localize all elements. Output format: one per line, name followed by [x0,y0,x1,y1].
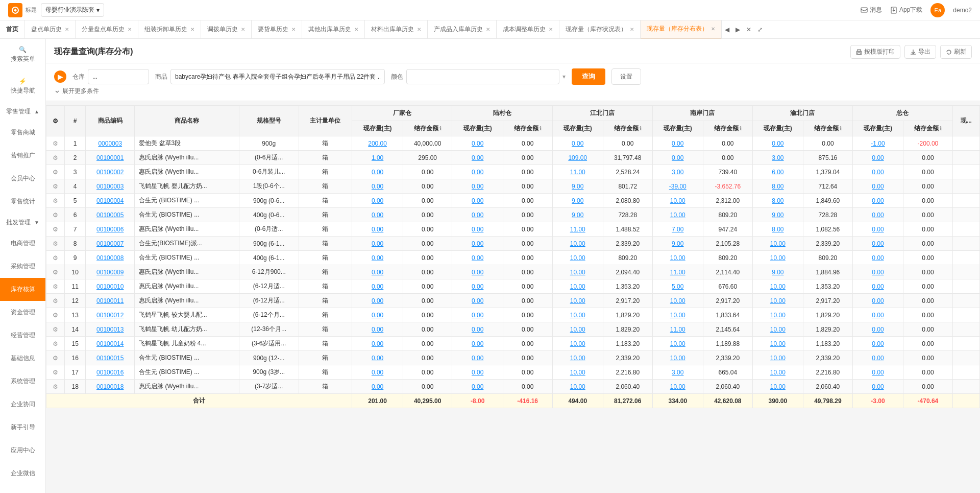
tab-stock-distribution[interactable]: 现存量（库存分布表）✕ [641,20,722,39]
row-gear[interactable]: ⚙ [46,294,65,308]
sidebar-item-inventory[interactable]: 库存核算 [0,278,45,301]
tab-close-8[interactable]: ✕ [486,27,490,32]
warehouse-input[interactable] [88,69,149,84]
print-button[interactable]: 按模版打印 [850,45,900,59]
tab-inventory-history[interactable]: 盘点单历史✕ [25,20,76,39]
color-input[interactable] [406,69,559,84]
info-icon-3[interactable]: ℹ [640,126,642,131]
tab-cost-adjust[interactable]: 成本调整单历史✕ [497,20,559,39]
row-gear[interactable]: ⚙ [46,151,65,165]
row-code: 00100011 [86,294,135,308]
row-yubei-qty: 8.00 [752,179,803,194]
tab-finished-inbound[interactable]: 产成品入库单历史✕ [428,20,497,39]
row-fcang-qty: 0.00 [352,337,403,351]
info-icon-2[interactable]: ℹ [540,126,542,131]
company-selector[interactable]: 母婴行业演示陈套 ▾ [41,3,104,17]
info-icon-4[interactable]: ℹ [740,126,742,131]
tab-close[interactable]: ✕ [65,27,69,32]
sidebar-item-wholesale[interactable]: 批发管理▼ [0,213,45,232]
row-name: 惠氏启脉 (Wyeth illu... [135,165,239,179]
export-button[interactable]: 导出 [904,45,936,59]
expand-conditions[interactable]: 展开更多条件 [54,87,972,96]
query-button[interactable]: 查询 [572,68,605,85]
tab-close-7[interactable]: ✕ [417,27,421,32]
tab-close-4[interactable]: ✕ [241,27,245,32]
tab-stock-status[interactable]: 现存量（库存状况表）✕ [559,20,641,39]
sidebar-item-search[interactable]: 🔍搜索英单 [0,39,45,71]
row-gear[interactable]: ⚙ [46,179,65,194]
tab-close-11[interactable]: ✕ [711,26,715,32]
tab-nav-expand[interactable]: ⤢ [754,26,766,33]
row-gear[interactable]: ⚙ [46,237,65,251]
tab-requisition-history[interactable]: 要货单历史✕ [252,20,302,39]
tab-close-6[interactable]: ✕ [354,27,358,32]
message-btn[interactable]: 消息 [861,6,882,14]
expand-button[interactable]: ▶ [54,71,66,83]
row-yubei-amt: 2,917.20 [803,294,853,308]
row-name: 惠氏启脉 (Wyeth illu... [135,151,239,165]
row-code: 00100007 [86,237,135,251]
row-gear[interactable]: ⚙ [46,194,65,208]
row-gear[interactable]: ⚙ [46,208,65,222]
sidebar-item-member2[interactable]: 畅会员 [0,485,45,493]
tab-other-outbound[interactable]: 其他出库单历史✕ [302,20,365,39]
sidebar-item-ops[interactable]: 经营管理 [0,324,45,347]
row-gear[interactable]: ⚙ [46,222,65,237]
row-gear[interactable]: ⚙ [46,322,65,337]
tab-transfer-history[interactable]: 调拨单历史✕ [201,20,252,39]
tab-close-3[interactable]: ✕ [190,27,194,32]
tab-material-outbound[interactable]: 材料出库单历史✕ [365,20,428,39]
sidebar-item-collab[interactable]: 企业协同 [0,393,45,416]
row-gear[interactable]: ⚙ [46,351,65,365]
row-gear[interactable]: ⚙ [46,165,65,179]
tab-close-9[interactable]: ✕ [549,27,553,32]
tab-nav-close-all[interactable]: ✕ [743,26,754,33]
row-gear[interactable]: ⚙ [46,365,65,380]
row-gear[interactable]: ⚙ [46,279,65,294]
sidebar-item-retail-stats[interactable]: 零售统计 [0,190,45,213]
table-container[interactable]: ⚙ # 商品编码 商品名称 规格型号 主计量单位 厂家仓 陆村仓 江北门店 南岸… [46,101,980,493]
sidebar-item-purchase[interactable]: 采购管理 [0,255,45,278]
sidebar-item-base-info[interactable]: 基础信息 [0,347,45,370]
info-icon-6[interactable]: ℹ [940,126,942,131]
table-row: ⚙ 10 00100009 惠氏启脉 (Wyeth illu... 6-12月9… [46,265,980,279]
row-more [952,294,979,308]
row-yubei-amt: 712.64 [803,179,853,194]
row-gear[interactable]: ⚙ [46,136,65,151]
row-gear[interactable]: ⚙ [46,251,65,265]
product-input[interactable] [170,69,385,84]
sidebar-item-member[interactable]: 会员中心 [0,167,45,190]
sidebar-item-finance[interactable]: 资金管理 [0,301,45,324]
tab-close-2[interactable]: ✕ [128,27,132,32]
tab-assembly-history[interactable]: 组装拆卸单历史✕ [138,20,201,39]
sidebar-item-apps[interactable]: 应用中心 [0,439,45,462]
tab-close-5[interactable]: ✕ [291,27,296,32]
color-dropdown-icon[interactable]: ▾ [562,73,566,80]
setting-button[interactable]: 设置 [611,68,641,85]
row-gear[interactable]: ⚙ [46,308,65,322]
refresh-button[interactable]: 刷新 [940,45,972,59]
tab-close-10[interactable]: ✕ [630,27,634,32]
row-gear[interactable]: ⚙ [46,337,65,351]
sidebar-item-ecommerce[interactable]: 电商管理 [0,232,45,255]
sidebar-item-sys[interactable]: 系统管理 [0,370,45,393]
tab-home[interactable]: 首页 [0,20,25,39]
sidebar-item-wechat[interactable]: 企业微信 [0,462,45,485]
sidebar-item-retail-shop[interactable]: 零售商城 [0,121,45,144]
row-gear[interactable]: ⚙ [46,265,65,279]
tab-sub-inventory-history[interactable]: 分量盘点单历史✕ [76,20,138,39]
info-icon-5[interactable]: ℹ [840,126,842,131]
sidebar-item-marketing[interactable]: 营销推广 [0,144,45,167]
tab-nav-prev[interactable]: ◀ [722,26,732,33]
info-icon-1[interactable]: ℹ [439,126,442,131]
sidebar-item-guide[interactable]: 新手引导 [0,416,45,439]
col-nanan-qty: 现存量(主) [652,121,703,136]
app-download-btn[interactable]: App下载 [890,6,922,14]
sidebar-item-retail-mgmt[interactable]: 零售管理▲ [0,102,45,121]
sidebar-item-shortcut[interactable]: ⚡快捷导航 [0,71,45,102]
row-total-qty: 0.00 [852,194,903,208]
row-gear[interactable]: ⚙ [46,380,65,394]
user-avatar[interactable]: Ea [930,3,945,17]
row-yubei-amt: 1,379.04 [803,165,853,179]
tab-nav-next[interactable]: ▶ [732,26,743,33]
